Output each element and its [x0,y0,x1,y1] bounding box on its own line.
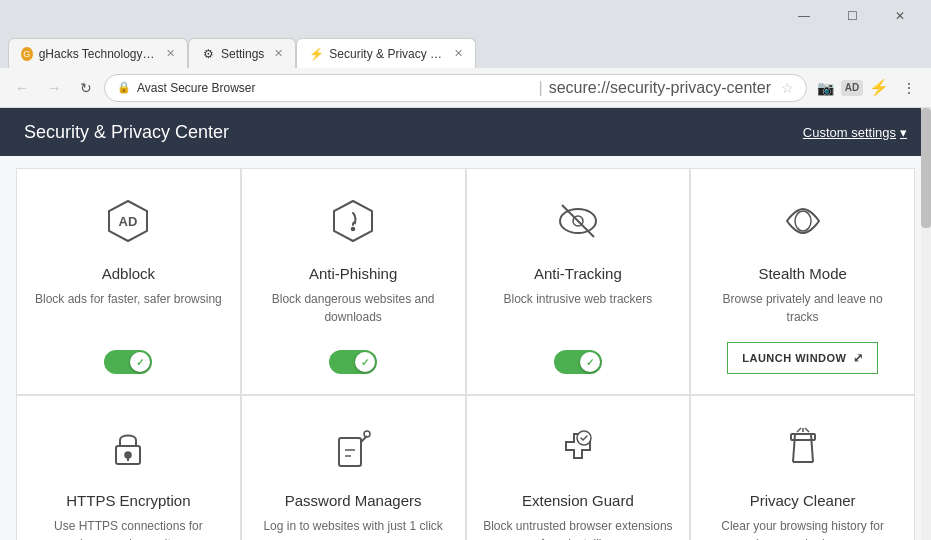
password-card-icon [321,416,385,480]
tab-ghacks[interactable]: G gHacks Technology New... ✕ [8,38,188,68]
anti-tracking-toggle[interactable]: ✓ [554,350,602,374]
https-desc: Use HTTPS connections for increased secu… [33,517,224,540]
tab-close-ghacks[interactable]: ✕ [166,47,175,60]
stealth-svg [779,197,827,245]
minimize-button[interactable]: — [781,0,827,32]
https-svg [104,424,152,472]
svg-line-23 [805,428,809,432]
title-bar: — ☐ ✕ [0,0,931,32]
bookmark-icon[interactable]: ☆ [781,80,794,96]
anti-tracking-action: ✓ [554,350,602,374]
close-button[interactable]: ✕ [877,0,923,32]
launch-window-button[interactable]: LAUNCH WINDOW ⤢ [727,342,878,374]
custom-settings-button[interactable]: Custom settings ▾ [803,125,907,140]
lock-icon: 🔒 [117,81,131,94]
window-controls: — ☐ ✕ [781,0,923,32]
anti-phishing-svg [329,197,377,245]
stealth-card-icon [771,189,835,253]
app-title: Security & Privacy Center [24,122,229,143]
menu-icon[interactable]: ⋮ [895,74,923,102]
forward-button[interactable]: → [40,74,68,102]
svg-line-19 [811,434,813,462]
card-password: Password Managers Log in to websites wit… [241,395,466,540]
anti-tracking-title: Anti-Tracking [534,265,622,282]
card-stealth-mode: Stealth Mode Browse privately and leave … [690,168,915,395]
stealth-desc: Browse privately and leave no tracks [707,290,898,326]
card-adblock: AD Adblock Block ads for faster, safer b… [16,168,241,395]
main-content: AD Adblock Block ads for faster, safer b… [0,156,931,540]
tab-label-security: Security & Privacy Cente... [329,47,444,61]
privacy-cleaner-title: Privacy Cleaner [750,492,856,509]
svg-line-21 [797,428,801,432]
tab-icon-settings: ⚙ [201,47,215,61]
card-privacy-cleaner: Privacy Cleaner Clear your browsing hist… [690,395,915,540]
toolbar: ← → ↻ 🔒 Avast Secure Browser | secure://… [0,68,931,108]
adblock-toggle[interactable]: ✓ [104,350,152,374]
adblock-action: ✓ [104,350,152,374]
adblock-desc: Block ads for faster, safer browsing [35,290,222,334]
svg-line-18 [793,434,795,462]
adblock-toggle-knob: ✓ [130,352,150,372]
svg-point-3 [352,228,355,231]
toolbar-icons: 📷 AD ⚡ ⋮ [811,74,923,102]
extension-guard-svg [554,424,602,472]
anti-phishing-toggle[interactable]: ✓ [329,350,377,374]
back-button[interactable]: ← [8,74,36,102]
dropdown-arrow: ▾ [900,125,907,140]
password-title: Password Managers [285,492,422,509]
refresh-button[interactable]: ↻ [72,74,100,102]
anti-phishing-card-icon [321,189,385,253]
tabs-row: G gHacks Technology New... ✕ ⚙ Settings … [0,32,931,68]
password-svg [329,424,377,472]
cards-grid: AD Adblock Block ads for faster, safer b… [16,168,915,540]
adblock-icon[interactable]: AD [841,80,863,96]
https-card-icon [96,416,160,480]
tab-settings[interactable]: ⚙ Settings ✕ [188,38,296,68]
url-prefix: Avast Secure Browser [137,81,533,95]
privacy-cleaner-card-icon [771,416,835,480]
launch-icon: ⤢ [853,351,864,365]
tab-label-ghacks: gHacks Technology New... [39,47,156,61]
scrollbar-track[interactable] [921,108,931,540]
tab-icon-ghacks: G [21,47,33,61]
svg-rect-11 [339,438,361,466]
password-desc: Log in to websites with just 1 click [263,517,442,540]
https-title: HTTPS Encryption [66,492,190,509]
scrollbar-thumb[interactable] [921,108,931,228]
anti-tracking-desc: Block intrusive web trackers [504,290,653,334]
address-bar[interactable]: 🔒 Avast Secure Browser | secure://securi… [104,74,807,102]
camera-icon[interactable]: 📷 [811,74,839,102]
card-anti-tracking: Anti-Tracking Block intrusive web tracke… [466,168,691,395]
stealth-title: Stealth Mode [758,265,846,282]
tab-close-security[interactable]: ✕ [454,47,463,60]
anti-tracking-svg [554,197,602,245]
card-anti-phishing: Anti-Phishing Block dangerous websites a… [241,168,466,395]
svg-point-9 [125,452,131,458]
extension-guard-title: Extension Guard [522,492,634,509]
adblock-svg: AD [104,197,152,245]
adblock-title: Adblock [102,265,155,282]
maximize-button[interactable]: ☐ [829,0,875,32]
privacy-cleaner-desc: Clear your browsing history for increase… [707,517,898,540]
stealth-action: LAUNCH WINDOW ⤢ [727,342,878,374]
launch-label: LAUNCH WINDOW [742,352,846,364]
avast-icon[interactable]: ⚡ [865,74,893,102]
anti-tracking-toggle-knob: ✓ [580,352,600,372]
anti-phishing-toggle-knob: ✓ [355,352,375,372]
browser-window: — ☐ ✕ G gHacks Technology New... ✕ ⚙ Set… [0,0,931,540]
url-divider: | [539,79,543,97]
custom-settings-label: Custom settings [803,125,896,140]
anti-phishing-title: Anti-Phishing [309,265,397,282]
adblock-card-icon: AD [96,189,160,253]
tab-security[interactable]: ⚡ Security & Privacy Cente... ✕ [296,38,476,68]
svg-point-7 [795,211,811,231]
anti-phishing-desc: Block dangerous websites and downloads [258,290,449,334]
url-path: secure://security-privacy-center [549,79,771,97]
svg-marker-2 [334,201,372,241]
tab-close-settings[interactable]: ✕ [274,47,283,60]
app-header: Security & Privacy Center Custom setting… [0,108,931,156]
extension-guard-desc: Block untrusted browser extensions from … [483,517,674,540]
anti-tracking-card-icon [546,189,610,253]
card-https: HTTPS Encryption Use HTTPS connections f… [16,395,241,540]
tab-label-settings: Settings [221,47,264,61]
